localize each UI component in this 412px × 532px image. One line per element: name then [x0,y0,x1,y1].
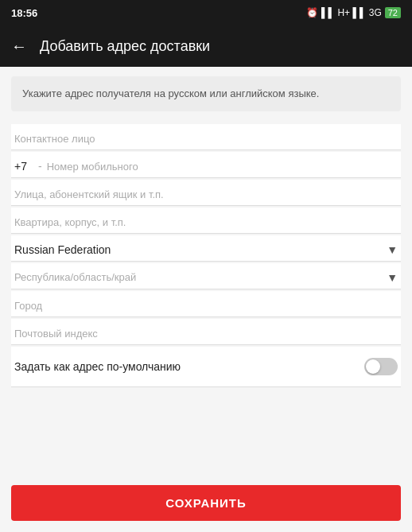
phone-separator: - [38,160,42,173]
battery-icon: 72 [385,7,401,18]
info-box: Укажите адрес получателя на русском или … [11,76,401,111]
region-dropdown[interactable]: Республика/область/край ▼ [11,263,401,289]
country-dropdown-arrow: ▼ [387,243,398,256]
postal-field [11,319,401,345]
region-dropdown-arrow: ▼ [387,271,398,284]
default-address-label: Задать как адрес по-умолчанию [14,360,181,373]
alarm-icon: ⏰ [306,7,318,18]
apartment-input[interactable] [14,216,398,228]
toggle-knob [366,359,380,374]
country-dropdown[interactable]: Russian Federation ▼ [11,235,401,262]
country-label: Russian Federation [14,243,111,256]
page-title: Добавить адрес доставки [40,38,210,55]
info-text: Укажите адрес получателя на русском или … [22,87,319,99]
contact-input[interactable] [14,132,398,145]
status-icons: ⏰ ▌▌ H+ ▌▌ 3G 72 [306,7,401,18]
apartment-field [11,208,401,234]
region-placeholder: Республика/область/край [14,271,136,283]
default-address-row: Задать как адрес по-умолчанию [11,347,401,387]
contact-field [11,124,401,150]
status-time: 18:56 [11,7,37,19]
phone-prefix: +7 [14,160,33,173]
save-button[interactable]: СОХРАНИТЬ [11,485,401,521]
default-address-toggle[interactable] [364,358,398,375]
city-field [11,291,401,317]
form-content: Укажите адрес получателя на русском или … [0,67,412,451]
city-input[interactable] [14,299,398,312]
toolbar: ← Добавить адрес доставки [0,25,412,67]
status-bar: 18:56 ⏰ ▌▌ H+ ▌▌ 3G 72 [0,0,412,25]
back-button[interactable]: ← [11,38,27,54]
street-input[interactable] [14,188,398,200]
save-button-container: СОХРАНИТЬ [0,476,412,532]
postal-input[interactable] [14,327,398,340]
signal-icons: ▌▌ H+ ▌▌ 3G [321,7,382,18]
phone-field: +7 - [11,152,401,178]
street-field [11,180,401,206]
phone-input[interactable] [47,160,398,173]
